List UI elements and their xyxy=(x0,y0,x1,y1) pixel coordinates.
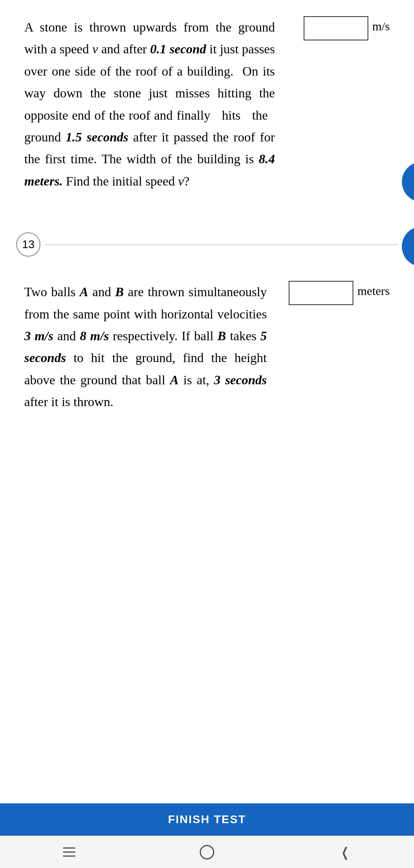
question-13-text: Two balls A and B are thrown simultaneou… xyxy=(24,281,267,413)
question-12-answer-area: m/s xyxy=(304,16,390,40)
value-84: 8.4 xyxy=(259,152,275,166)
ball-A-2: A xyxy=(170,373,178,387)
back-icon: ❮ xyxy=(341,845,349,860)
question-12-section: A stone is thrown upwards from the groun… xyxy=(0,0,414,216)
unit-ms-2: m/s xyxy=(90,329,109,343)
value-15: 1.5 xyxy=(66,130,82,144)
finish-test-bar[interactable]: FINISH TEST xyxy=(0,803,414,836)
unit-seconds-2: seconds xyxy=(24,350,66,365)
unit-seconds-1: seconds xyxy=(87,130,128,144)
question-13-unit: meters xyxy=(357,281,390,298)
question-13-divider: 13 xyxy=(0,224,414,265)
variable-v: v xyxy=(92,42,98,56)
question-12-text: A stone is thrown upwards from the groun… xyxy=(24,16,275,192)
unit-seconds-3: seconds xyxy=(225,373,267,387)
ball-A-1: A xyxy=(80,284,88,299)
home-icon xyxy=(200,845,214,860)
question-12-top-row: A stone is thrown upwards from the groun… xyxy=(24,16,390,192)
divider-line-13 xyxy=(44,244,398,245)
page-container: A stone is thrown upwards from the groun… xyxy=(0,0,414,868)
menu-line-1 xyxy=(63,847,75,849)
question-13-answer-area: meters xyxy=(289,281,390,305)
question-12-unit: m/s xyxy=(372,16,390,33)
ball-B-2: B xyxy=(218,329,226,343)
back-nav-button[interactable]: ❮ xyxy=(333,840,357,864)
menu-line-2 xyxy=(63,851,75,853)
bottom-spacer xyxy=(0,421,414,485)
question-12-answer-input[interactable] xyxy=(304,16,368,40)
question-13-section: Two balls A and B are thrown simultaneou… xyxy=(0,265,414,421)
question-13-top-row: Two balls A and B are thrown simultaneou… xyxy=(24,281,390,413)
value-01: 0.1 xyxy=(150,42,166,56)
menu-nav-button[interactable] xyxy=(57,840,81,864)
variable-v-2: v xyxy=(178,174,184,188)
velocity-8: 8 xyxy=(80,329,86,343)
blue-circle-1[interactable] xyxy=(402,162,414,202)
finish-test-label: FINISH TEST xyxy=(168,813,246,826)
menu-icon xyxy=(63,847,75,857)
value-5: 5 xyxy=(260,329,267,343)
bottom-nav: ❮ xyxy=(0,836,414,868)
question-13-answer-input[interactable] xyxy=(289,281,353,305)
velocity-3: 3 xyxy=(24,329,31,343)
ball-B-1: B xyxy=(115,284,124,299)
value-3: 3 xyxy=(214,373,220,387)
unit-ms-1: m/s xyxy=(35,329,53,343)
question-number-13: 13 xyxy=(16,232,40,257)
home-nav-button[interactable] xyxy=(195,840,219,864)
unit-meters-1: meters. xyxy=(24,174,63,188)
unit-second: second xyxy=(169,42,206,56)
menu-line-3 xyxy=(63,855,75,857)
